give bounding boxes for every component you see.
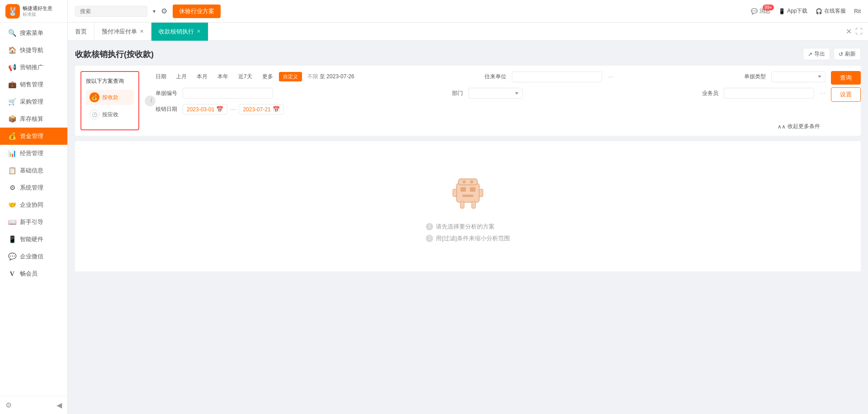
sidebar-item-purchase[interactable]: 🛒 采购管理	[0, 93, 67, 110]
date-quick-select: 上月 本月 本年 近7天 更多 自定义	[172, 71, 302, 82]
receipt-icon: 💰	[90, 92, 99, 102]
collapse-left-icon[interactable]: 《	[145, 95, 156, 106]
date-btn-7days[interactable]: 近7天	[234, 71, 256, 82]
hint-2: 2 用[过滤]条件来缩小分析范围	[426, 233, 509, 244]
date-btn-more[interactable]: 更多	[258, 71, 277, 82]
svg-rect-5	[479, 189, 483, 197]
svg-point-10	[470, 181, 473, 184]
sidebar-item-system[interactable]: ⚙ 系统管理	[0, 179, 67, 196]
sidebar-item-operations[interactable]: 📊 经营管理	[0, 145, 67, 162]
query-option-by-receipt[interactable]: 💰 按收款	[86, 90, 134, 105]
search-icon: 🔍	[8, 29, 16, 37]
verify-date-label: 核销日期	[156, 105, 177, 113]
topbar-right: 💬 消息 99+ 📱 App下载 🎧 在线客服 Rit	[751, 7, 861, 15]
collapse-bar[interactable]: ∧∧ 收起更多条件	[156, 120, 826, 135]
export-icon: ↗	[808, 51, 812, 57]
topbar-gear-icon[interactable]: ⚙	[161, 7, 167, 15]
filter-panel: 按以下方案查询 💰 按收款 🕐 按应收 《 日期 上月	[75, 66, 861, 136]
sidebar-item-wechat[interactable]: 💬 企业微信	[0, 248, 67, 265]
fullscreen-icon[interactable]: ⛶	[855, 28, 863, 36]
tab-prepay[interactable]: 预付冲应付单 ✕	[94, 23, 151, 41]
svg-rect-6	[460, 201, 464, 208]
query-option-by-receivable[interactable]: 🕐 按应收	[86, 107, 134, 122]
main-area: ▾ ⚙ 休验行业方案 💬 消息 99+ 📱 App下载 🎧 在线客服 Rit	[68, 0, 868, 414]
headset-icon: 🎧	[816, 8, 822, 14]
sidebar-item-guide[interactable]: 📖 新手引导	[0, 214, 67, 231]
empty-state: 1 请先选择要分析的方案 2 用[过滤]条件来缩小分析范围	[75, 141, 861, 271]
sidebar-item-hardware[interactable]: 📱 智能硬件	[0, 231, 67, 248]
doc-no-label: 单据编号	[156, 90, 177, 97]
handshake-icon: 🤝	[8, 201, 16, 209]
topbar-search-input[interactable]	[75, 6, 147, 17]
book-icon: 📖	[8, 218, 16, 226]
counterparty-input[interactable]	[512, 71, 602, 82]
counterparty-dots[interactable]: ···	[608, 73, 613, 81]
sidebar-item-basics[interactable]: 📋 基础信息	[0, 162, 67, 179]
sidebar-item-marketing[interactable]: 📢 营销推广	[0, 59, 67, 76]
doc-type-select[interactable]	[771, 71, 826, 82]
date-btn-thisyear[interactable]: 本年	[213, 71, 232, 82]
page-header: 收款核销执行(按收款) ↗ 导出 ↺ 刷新	[75, 48, 861, 60]
tab-home[interactable]: 首页	[68, 23, 94, 41]
tab-writeoff[interactable]: 收款核销执行 ✕	[151, 23, 208, 41]
money-icon: 💰	[8, 132, 16, 140]
refresh-icon: ↺	[839, 51, 843, 57]
sidebar: 🐰 畅捷通好生意 标准版 🔍 搜索菜单 🏠 快捷导航 📢 营销推广 💼 销售管理…	[0, 0, 68, 414]
app-download-btn[interactable]: 📱 App下载	[778, 7, 807, 15]
sidebar-nav: 🔍 搜索菜单 🏠 快捷导航 📢 营销推广 💼 销售管理 🛒 采购管理 📦 库存核…	[0, 23, 67, 396]
doc-no-input[interactable]	[183, 88, 273, 99]
messages-btn[interactable]: 💬 消息 99+	[751, 7, 770, 15]
sidebar-item-quicknav[interactable]: 🏠 快捷导航	[0, 42, 67, 59]
close-tab-writeoff[interactable]: ✕	[197, 29, 201, 34]
sidebar-item-collab[interactable]: 🤝 企业协同	[0, 196, 67, 214]
topbar-dropdown-icon[interactable]: ▾	[153, 8, 156, 14]
refresh-btn[interactable]: ↺ 刷新	[834, 48, 861, 60]
filter-fields: 日期 上月 本月 本年 近7天 更多 自定义 不限 至 2023-07-26	[156, 66, 826, 136]
verify-date-from-field[interactable]: 2023-03-01 📅	[183, 104, 227, 114]
svg-rect-2	[470, 187, 476, 192]
clipboard-icon: 📋	[8, 167, 16, 175]
query-btn[interactable]: 查询	[831, 71, 861, 85]
dept-label: 部门	[452, 90, 463, 97]
header-actions: ↗ 导出 ↺ 刷新	[803, 48, 861, 60]
home-icon: 🏠	[8, 46, 16, 54]
wechat-icon: 💬	[8, 252, 16, 261]
sidebar-item-inventory[interactable]: 📦 库存核算	[0, 110, 67, 128]
query-selector: 按以下方案查询 💰 按收款 🕐 按应收	[80, 71, 139, 130]
chevron-up-icon: ∧∧	[778, 124, 786, 130]
svg-rect-3	[462, 195, 474, 197]
dept-select[interactable]	[468, 88, 523, 99]
settings-btn[interactable]: 设置	[831, 87, 861, 102]
promo-btn[interactable]: 休验行业方案	[173, 5, 221, 18]
gear-icon: ⚙	[8, 184, 16, 192]
svg-rect-8	[458, 179, 477, 185]
date-unlimited-label: 不限 至 2023-07-26	[307, 73, 354, 81]
sidebar-item-search[interactable]: 🔍 搜索菜单	[0, 24, 67, 42]
salesman-dots[interactable]: ···	[820, 89, 826, 97]
filter-actions: 查询 设置	[826, 66, 861, 136]
filter-row-2: 单据编号 部门 业务员 ···	[156, 88, 826, 99]
close-tab-prepay[interactable]: ✕	[140, 29, 144, 34]
sidebar-logo: 🐰 畅捷通好生意 标准版	[0, 0, 67, 23]
date-btn-custom[interactable]: 自定义	[279, 72, 302, 81]
tabbar: 首页 预付冲应付单 ✕ 收款核销执行 ✕ ✕ ⛶	[68, 23, 868, 41]
page-title: 收款核销执行(按收款)	[75, 49, 154, 60]
close-all-tabs-icon[interactable]: ✕	[846, 27, 852, 36]
settings-footer-icon[interactable]: ⚙	[5, 401, 12, 409]
sidebar-item-sales[interactable]: 💼 销售管理	[0, 76, 67, 93]
collapse-sidebar-icon[interactable]: ◀	[57, 401, 62, 409]
date-btn-lastmonth[interactable]: 上月	[172, 71, 191, 82]
svg-rect-4	[453, 189, 457, 197]
salesman-input[interactable]	[724, 88, 814, 99]
date-btn-thismonth[interactable]: 本月	[193, 71, 212, 82]
briefcase-icon: 💼	[8, 81, 16, 89]
online-service-btn[interactable]: 🎧 在线客服	[816, 7, 846, 15]
tabbar-actions: ✕ ⛶	[846, 27, 868, 36]
export-btn[interactable]: ↗ 导出	[803, 48, 830, 60]
sidebar-item-finance[interactable]: 💰 资金管理	[0, 128, 67, 145]
user-profile[interactable]: Rit	[854, 8, 861, 14]
svg-point-9	[462, 181, 466, 184]
sidebar-item-member[interactable]: V 畅会员	[0, 265, 67, 282]
verify-date-to-field[interactable]: 2023-07-21 📅	[239, 104, 283, 114]
query-selector-title: 按以下方案查询	[86, 77, 134, 85]
